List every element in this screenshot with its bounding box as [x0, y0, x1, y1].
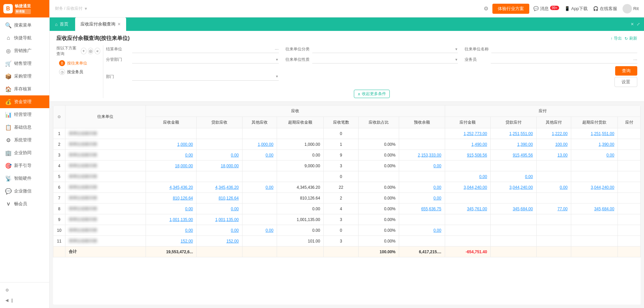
- sidebar-nav: 🔍 搜索菜单 ⌂ 快捷导航 ◎ 营销推广 🛒 销售管理 📦 采购管理 🏠 库: [0, 17, 49, 282]
- sidebar-label-operations: 经营管理: [14, 112, 32, 118]
- online-service-button[interactable]: 🎧 在线客服: [593, 6, 617, 12]
- sidebar-item-member[interactable]: V 畅会员: [0, 197, 49, 210]
- tab-ar-ap[interactable]: 应收应付余额查询 ✕: [75, 17, 126, 31]
- unit-nature-label: 往来单位性质: [285, 57, 310, 62]
- dept-manager-field[interactable]: [132, 56, 275, 63]
- sidebar-item-quick-nav[interactable]: ⌂ 快捷导航: [0, 32, 49, 44]
- sidebar-item-search-menu[interactable]: 🔍 搜索菜单: [0, 19, 49, 32]
- total-ar-count: [324, 247, 358, 257]
- tab-close-icon[interactable]: ✕: [117, 22, 121, 27]
- refresh-label: 刷新: [629, 36, 637, 41]
- th-unit: 往来单位: [65, 105, 146, 128]
- guide-icon: 🎯: [5, 163, 11, 169]
- page-title: 应收应付余额查询(按往来单位): [56, 35, 130, 42]
- sidebar-item-marketing[interactable]: ◎ 营销推广: [0, 44, 49, 57]
- tabbar-expand-icon[interactable]: ⤢: [637, 22, 640, 27]
- th-ap-other: 其他应付: [536, 117, 571, 128]
- sidebar-label-enterprise: 企业协同: [14, 150, 32, 156]
- scheme-by-staff[interactable]: ◷ 按业务员: [56, 68, 100, 76]
- department-chevron-icon[interactable]: ▼: [275, 75, 279, 78]
- unit-nature-input[interactable]: ▼: [312, 56, 458, 63]
- th-ar-loan: 贷款应收: [197, 117, 242, 128]
- scheme-collapse-button[interactable]: «: [95, 48, 100, 54]
- sidebar-footer-settings[interactable]: ⚙: [0, 285, 49, 295]
- sidebar-label-finance: 资金管理: [14, 99, 32, 105]
- th-ap-overdue: 超期应付货款: [571, 117, 618, 128]
- setting-button[interactable]: 设置: [614, 77, 637, 87]
- tabbar: ⌂ 首页 应收应付余额查询 ✕ ✕ ⤢: [50, 17, 644, 31]
- unit-category-chevron-icon[interactable]: ▼: [454, 47, 458, 51]
- unit-name-label: 往来单位名称: [465, 46, 489, 52]
- unit-category-input[interactable]: ▼: [312, 45, 458, 53]
- unit-name-field[interactable]: [491, 45, 637, 53]
- unit-name-input[interactable]: [491, 45, 637, 53]
- salesperson-label: 业务员: [465, 57, 488, 62]
- sidebar-item-wechat[interactable]: 💬 企业微信: [0, 185, 49, 197]
- sidebar-item-guide[interactable]: 🎯 新手引导: [0, 159, 49, 172]
- messages-icon: 💬: [533, 6, 539, 11]
- filter-unit-category: 往来单位分类 ▼: [285, 45, 458, 53]
- salesperson-input[interactable]: ···: [491, 56, 637, 63]
- salesperson-ellipsis-icon[interactable]: ···: [633, 57, 637, 62]
- total-ap-overdue: [571, 247, 618, 257]
- settlement-unit-ellipsis-icon[interactable]: ···: [275, 46, 279, 52]
- settlement-unit-field[interactable]: [132, 45, 275, 53]
- sidebar-item-enterprise[interactable]: 🏢 企业协同: [0, 146, 49, 159]
- th-ar-ratio: 应收款占比: [358, 117, 399, 128]
- main-area: 财务 / 应收应付 ▼ ⚙ 体验行业方案 💬 消息 99+ 📱 App下载 🎧 …: [50, 0, 644, 308]
- filter-salesperson: 业务员 ···: [465, 56, 637, 63]
- filter-scheme-list: 按以下方案查询 + ◎ « B 按往来单位 ◷ 按业务员: [56, 45, 103, 98]
- total-no: [53, 247, 65, 257]
- tabbar-close-icon[interactable]: ✕: [631, 22, 634, 27]
- sidebar-item-inventory[interactable]: 🏠 库存核算: [0, 83, 49, 95]
- topbar: 财务 / 应收应付 ▼ ⚙ 体验行业方案 💬 消息 99+ 📱 App下载 🎧 …: [50, 0, 644, 17]
- sidebar-item-purchase[interactable]: 📦 采购管理: [0, 70, 49, 83]
- th-ap-amount: 应付金额: [445, 117, 490, 128]
- total-ar-loan: [197, 247, 242, 257]
- hardware-icon: 📡: [5, 175, 11, 181]
- collapse-button[interactable]: ∧ 收起更多条件: [354, 90, 390, 98]
- refresh-button[interactable]: ↻ 刷新: [625, 36, 637, 41]
- scheme-by-unit[interactable]: B 按往来单位: [56, 59, 100, 68]
- sidebar-label-hardware: 智能硬件: [14, 175, 32, 181]
- sidebar-item-operations[interactable]: 📊 经营管理: [0, 108, 49, 121]
- user-profile[interactable]: Rit: [623, 4, 639, 13]
- salesperson-field[interactable]: [491, 56, 633, 63]
- promo-button[interactable]: 体验行业方案: [492, 4, 529, 14]
- unit-nature-field[interactable]: [312, 56, 455, 63]
- table-row: 8来单位名称示例0.000.000.0040.00%655,636.75345,…: [53, 204, 641, 214]
- tab-home[interactable]: ⌂ 首页: [50, 17, 74, 31]
- sidebar: B 畅捷通里 标准版 🔍 搜索菜单 ⌂ 快捷导航 ◎ 营销推广 🛒 销售管理: [0, 0, 50, 308]
- unit-nature-chevron-icon[interactable]: ▼: [454, 58, 458, 61]
- sidebar-item-hardware[interactable]: 📡 智能硬件: [0, 172, 49, 185]
- sidebar-item-sales[interactable]: 🛒 销售管理: [0, 57, 49, 70]
- sidebar-item-finance[interactable]: 💰 资金管理: [0, 95, 49, 108]
- logo-name: 畅捷通里: [15, 3, 31, 9]
- gear-icon[interactable]: ⚙: [484, 5, 488, 12]
- sidebar-footer-collapse[interactable]: ◀ ‖: [0, 295, 49, 305]
- page-header-actions: ↑ 导出 ↻ 刷新: [610, 36, 637, 41]
- settlement-unit-input[interactable]: ···: [132, 45, 279, 53]
- add-scheme-button[interactable]: +: [81, 48, 87, 54]
- table-row: 9来单位名称示例1,001,135.001,001,135.001,001,13…: [53, 214, 641, 225]
- unit-category-field[interactable]: [312, 45, 455, 53]
- sidebar-item-system[interactable]: ⚙ 系统管理: [0, 134, 49, 146]
- query-actions: 查询 设置: [465, 66, 637, 87]
- scheme-settings-button[interactable]: ◎: [88, 48, 94, 54]
- dept-manager-input[interactable]: ▼: [132, 56, 279, 63]
- table-row: 2来单位名称示例1,000.001,000.001,000.0010.00%1,…: [53, 139, 641, 150]
- department-field[interactable]: [132, 73, 275, 80]
- department-input[interactable]: ▼: [132, 73, 279, 81]
- app-download-button[interactable]: 📱 App下载: [565, 6, 588, 12]
- export-button[interactable]: ↑ 导出: [610, 36, 622, 41]
- messages-button[interactable]: 💬 消息 99+: [533, 6, 559, 12]
- dept-manager-chevron-icon[interactable]: ▼: [275, 58, 279, 61]
- table-settings-icon[interactable]: ⚙: [57, 115, 61, 119]
- tab-home-label: 首页: [60, 21, 68, 27]
- th-ar-amount: 应收金额: [146, 117, 196, 128]
- scheme-staff-icon: ◷: [59, 69, 65, 75]
- sidebar-item-basic[interactable]: 📋 基础信息: [0, 121, 49, 134]
- service-label: 在线客服: [600, 6, 617, 12]
- query-button[interactable]: 查询: [615, 66, 637, 76]
- th-settings: ⚙: [53, 105, 65, 128]
